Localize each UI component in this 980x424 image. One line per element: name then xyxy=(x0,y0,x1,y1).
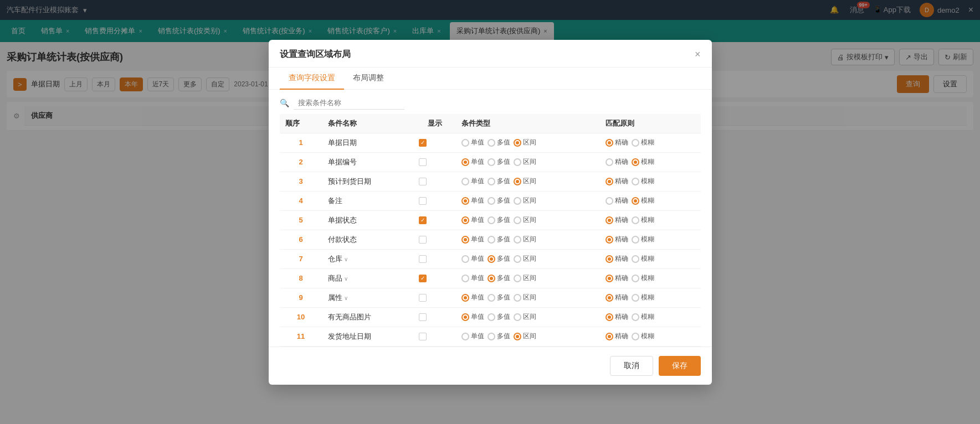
row-match-options: 精确模糊 xyxy=(600,210,700,230)
radio-match-模糊[interactable]: 模糊 xyxy=(632,293,654,302)
checkbox[interactable] xyxy=(419,158,427,166)
radio-match-模糊[interactable]: 模糊 xyxy=(632,215,654,225)
radio-type-单值[interactable]: 单值 xyxy=(461,157,484,167)
row-display-checkbox[interactable] xyxy=(413,268,456,288)
radio-type-单值[interactable]: 单值 xyxy=(461,177,484,186)
row-display-checkbox[interactable] xyxy=(413,307,456,327)
radio-type-区间[interactable]: 区间 xyxy=(514,138,536,147)
radio-match-模糊[interactable]: 模糊 xyxy=(632,312,654,322)
modal-close-button[interactable]: × xyxy=(695,49,701,60)
radio-type-区间[interactable]: 区间 xyxy=(514,177,536,186)
row-display-checkbox[interactable] xyxy=(413,191,456,210)
row-seq: 1 xyxy=(280,133,322,152)
radio-type-多值[interactable]: 多值 xyxy=(488,157,510,167)
radio-type-单值[interactable]: 单值 xyxy=(461,332,484,341)
radio-dot xyxy=(488,139,495,147)
radio-match-精确[interactable]: 精确 xyxy=(606,177,628,186)
checkbox[interactable] xyxy=(419,139,427,147)
radio-match-模糊[interactable]: 模糊 xyxy=(632,157,654,167)
cancel-button[interactable]: 取消 xyxy=(610,356,653,376)
radio-type-多值[interactable]: 多值 xyxy=(488,196,510,205)
col-header-match: 匹配原则 xyxy=(600,114,700,133)
radio-type-区间[interactable]: 区间 xyxy=(514,312,536,322)
row-display-checkbox[interactable] xyxy=(413,152,456,172)
radio-type-单值[interactable]: 单值 xyxy=(461,235,484,244)
expand-arrow-icon[interactable]: ∨ xyxy=(344,295,348,301)
expand-arrow-icon[interactable]: ∨ xyxy=(344,256,348,262)
row-display-checkbox[interactable] xyxy=(413,288,456,307)
checkbox[interactable] xyxy=(419,216,427,224)
radio-dot xyxy=(514,294,521,302)
radio-type-单值[interactable]: 单值 xyxy=(461,293,484,302)
radio-type-多值[interactable]: 多值 xyxy=(488,138,510,147)
radio-match-模糊[interactable]: 模糊 xyxy=(632,177,654,186)
radio-type-区间[interactable]: 区间 xyxy=(514,215,536,225)
radio-type-区间[interactable]: 区间 xyxy=(514,196,536,205)
radio-match-精确[interactable]: 精确 xyxy=(606,293,628,302)
radio-label: 区间 xyxy=(523,157,536,167)
tab-layout-adjust[interactable]: 布局调整 xyxy=(344,68,393,90)
checkbox[interactable] xyxy=(419,313,427,321)
radio-type-区间[interactable]: 区间 xyxy=(514,254,536,263)
radio-type-单值[interactable]: 单值 xyxy=(461,254,484,263)
save-button[interactable]: 保存 xyxy=(659,356,701,376)
row-display-checkbox[interactable] xyxy=(413,210,456,230)
radio-type-多值[interactable]: 多值 xyxy=(488,273,510,283)
checkbox[interactable] xyxy=(419,333,427,340)
radio-match-精确[interactable]: 精确 xyxy=(606,254,628,263)
radio-type-区间[interactable]: 区间 xyxy=(514,235,536,244)
radio-type-多值[interactable]: 多值 xyxy=(488,332,510,341)
radio-type-单值[interactable]: 单值 xyxy=(461,273,484,283)
radio-match-精确[interactable]: 精确 xyxy=(606,312,628,322)
radio-type-区间[interactable]: 区间 xyxy=(514,157,536,167)
row-type-options: 单值多值区间 xyxy=(456,230,600,249)
radio-match-模糊[interactable]: 模糊 xyxy=(632,235,654,244)
radio-type-多值[interactable]: 多值 xyxy=(488,312,510,322)
radio-match-模糊[interactable]: 模糊 xyxy=(632,196,654,205)
radio-type-多值[interactable]: 多值 xyxy=(488,177,510,186)
radio-type-多值[interactable]: 多值 xyxy=(488,215,510,225)
radio-type-单值[interactable]: 单值 xyxy=(461,312,484,322)
checkbox[interactable] xyxy=(419,255,427,263)
radio-type-多值[interactable]: 多值 xyxy=(488,293,510,302)
radio-match-精确[interactable]: 精确 xyxy=(606,138,628,147)
radio-dot xyxy=(514,197,521,205)
checkbox[interactable] xyxy=(419,275,427,282)
radio-dot xyxy=(514,236,521,244)
row-display-checkbox[interactable] xyxy=(413,172,456,191)
row-type-options: 单值多值区间 xyxy=(456,210,600,230)
checkbox[interactable] xyxy=(419,197,427,205)
checkbox[interactable] xyxy=(419,236,427,244)
radio-dot xyxy=(606,158,613,166)
radio-type-单值[interactable]: 单值 xyxy=(461,196,484,205)
radio-match-精确[interactable]: 精确 xyxy=(606,273,628,283)
modal-search-input[interactable] xyxy=(294,96,404,110)
radio-type-区间[interactable]: 区间 xyxy=(514,293,536,302)
radio-label: 精确 xyxy=(615,332,628,341)
radio-type-多值[interactable]: 多值 xyxy=(488,254,510,263)
radio-match-精确[interactable]: 精确 xyxy=(606,157,628,167)
radio-match-模糊[interactable]: 模糊 xyxy=(632,273,654,283)
checkbox[interactable] xyxy=(419,178,427,185)
radio-match-精确[interactable]: 精确 xyxy=(606,196,628,205)
row-display-checkbox[interactable] xyxy=(413,133,456,152)
row-display-checkbox[interactable] xyxy=(413,249,456,268)
row-condition-name: 单据编号 xyxy=(322,152,413,172)
radio-type-区间[interactable]: 区间 xyxy=(514,273,536,283)
expand-arrow-icon[interactable]: ∨ xyxy=(344,276,348,282)
radio-match-精确[interactable]: 精确 xyxy=(606,332,628,341)
row-display-checkbox[interactable] xyxy=(413,327,456,346)
radio-type-单值[interactable]: 单值 xyxy=(461,138,484,147)
checkbox[interactable] xyxy=(419,294,427,302)
radio-type-单值[interactable]: 单值 xyxy=(461,215,484,225)
radio-match-模糊[interactable]: 模糊 xyxy=(632,254,654,263)
radio-match-精确[interactable]: 精确 xyxy=(606,215,628,225)
radio-match-模糊[interactable]: 模糊 xyxy=(632,332,654,341)
radio-label: 多值 xyxy=(497,157,510,167)
tab-query-fields[interactable]: 查询字段设置 xyxy=(280,68,344,90)
radio-match-精确[interactable]: 精确 xyxy=(606,235,628,244)
radio-match-模糊[interactable]: 模糊 xyxy=(632,138,654,147)
row-display-checkbox[interactable] xyxy=(413,230,456,249)
radio-type-区间[interactable]: 区间 xyxy=(514,332,536,341)
radio-type-多值[interactable]: 多值 xyxy=(488,235,510,244)
